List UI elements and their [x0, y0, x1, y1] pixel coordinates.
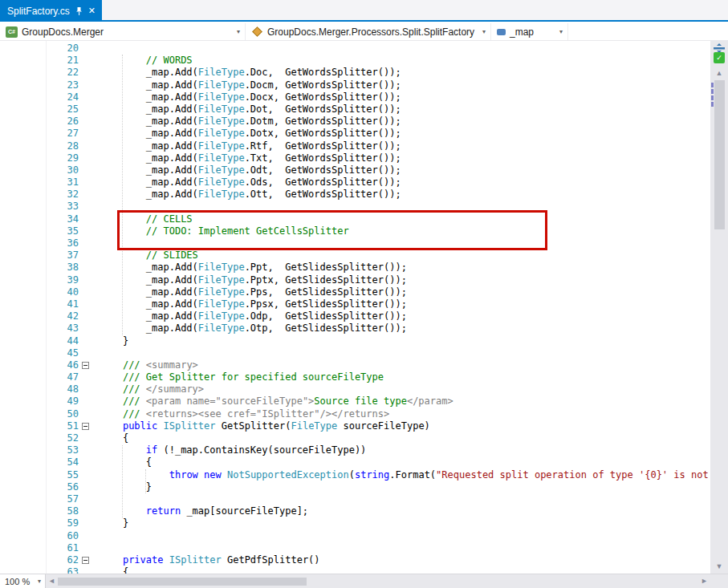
code-line[interactable]: 24 _map.Add(FileType.Docx, GetWordsSplit…: [0, 91, 710, 103]
code-line[interactable]: 56 }: [0, 481, 710, 493]
line-number: 33: [0, 201, 79, 213]
code-line[interactable]: 38 _map.Add(FileType.Ppt, GetSlidesSplit…: [0, 262, 710, 274]
code-line[interactable]: 37 // SLIDES: [0, 249, 710, 262]
scrollbar-corner: [710, 574, 728, 588]
code-line[interactable]: 42 _map.Add(FileType.Odp, GetSlidesSplit…: [0, 310, 710, 322]
pin-icon[interactable]: [75, 6, 83, 16]
zoom-level: 100 %: [5, 577, 30, 586]
code-health-indicator[interactable]: ✓: [714, 52, 725, 63]
code-line[interactable]: 46 /// <summary>: [0, 359, 710, 371]
code-text: _map.Add(FileType.Dot, GetWordsSplitter(…: [100, 103, 401, 116]
code-line[interactable]: 39 _map.Add(FileType.Pptx, GetSlidesSpli…: [0, 274, 710, 286]
code-line[interactable]: 32 _map.Add(FileType.Ott, GetWordsSplitt…: [0, 189, 710, 201]
collapse-minus-icon[interactable]: [82, 362, 89, 369]
fold-collapse-box[interactable]: [79, 420, 100, 432]
horizontal-scrollbar-thumb[interactable]: [58, 578, 307, 586]
scroll-up-icon[interactable]: ▲: [710, 68, 728, 78]
code-line[interactable]: 31 _map.Add(FileType.Ods, GetWordsSplitt…: [0, 176, 710, 189]
line-number: 49: [0, 395, 79, 408]
code-line[interactable]: 52 {: [0, 432, 710, 444]
code-line[interactable]: 58 return _map[sourceFileType];: [0, 505, 710, 517]
fold-margin: [79, 140, 100, 152]
code-line[interactable]: 53 if (!_map.ContainsKey(sourceFileType)…: [0, 444, 710, 456]
code-line[interactable]: 30 _map.Add(FileType.Odt, GetWordsSplitt…: [0, 164, 710, 176]
line-number: 41: [0, 298, 79, 310]
fold-margin: [79, 542, 100, 554]
line-number: 39: [0, 274, 79, 286]
vertical-scrollbar[interactable]: ✓ ▲ ▼: [710, 41, 728, 574]
line-number: 52: [0, 432, 79, 444]
vertical-scrollbar-thumb[interactable]: [714, 80, 725, 229]
fold-margin: [79, 298, 100, 310]
code-line[interactable]: 49 /// <param name="sourceFileType">Sour…: [0, 395, 710, 408]
fold-margin: [79, 456, 100, 468]
code-line[interactable]: 28 _map.Add(FileType.Rtf, GetWordsSplitt…: [0, 140, 710, 152]
code-line[interactable]: 54 {: [0, 456, 710, 468]
line-number: 38: [0, 262, 79, 274]
fold-margin: [79, 310, 100, 322]
code-line[interactable]: 63 {: [0, 566, 710, 574]
type-dropdown[interactable]: GroupDocs.Merger.Processors.Split.SplitF…: [246, 23, 491, 40]
code-line[interactable]: 47 /// Get Splitter for specified source…: [0, 371, 710, 383]
code-line[interactable]: 60: [0, 530, 710, 542]
code-line[interactable]: 27 _map.Add(FileType.Dotx, GetWordsSplit…: [0, 128, 710, 140]
document-tab[interactable]: SplitFactory.cs ✕: [0, 0, 102, 22]
scroll-down-icon[interactable]: ▼: [710, 562, 728, 571]
fold-margin: [79, 213, 100, 225]
fold-collapse-box[interactable]: [79, 554, 100, 566]
fold-margin: [79, 444, 100, 456]
code-line[interactable]: 61: [0, 542, 710, 554]
close-icon[interactable]: ✕: [88, 6, 96, 15]
fold-margin: [79, 408, 100, 420]
code-line[interactable]: 40 _map.Add(FileType.Pps, GetSlidesSplit…: [0, 286, 710, 298]
line-number: 43: [0, 322, 79, 335]
scroll-left-icon[interactable]: ◄: [47, 574, 57, 588]
code-line[interactable]: 21 // WORDS: [0, 55, 710, 67]
code-line[interactable]: 50 /// <returns><see cref="ISplitter"/><…: [0, 408, 710, 420]
code-line[interactable]: 34 // CELLS: [0, 213, 710, 225]
code-line[interactable]: 22 _map.Add(FileType.Doc, GetWordsSplitt…: [0, 67, 710, 79]
code-editor[interactable]: 2021 // WORDS22 _map.Add(FileType.Doc, G…: [0, 41, 728, 574]
code-line[interactable]: 25 _map.Add(FileType.Dot, GetWordsSplitt…: [0, 103, 710, 116]
fold-margin: [79, 152, 100, 164]
line-number: 22: [0, 67, 79, 79]
horizontal-scrollbar[interactable]: ◄ ►: [46, 574, 710, 588]
code-line[interactable]: 23 _map.Add(FileType.Docm, GetWordsSplit…: [0, 79, 710, 91]
code-line[interactable]: 20: [0, 43, 710, 55]
scrollbar-change-mark: [711, 102, 714, 107]
fold-margin: [79, 176, 100, 189]
scroll-right-icon[interactable]: ►: [699, 574, 710, 588]
code-line[interactable]: 29 _map.Add(FileType.Txt, GetWordsSplitt…: [0, 152, 710, 164]
project-dropdown[interactable]: C# GroupDocs.Merger ▾: [0, 23, 246, 40]
code-line[interactable]: 43 _map.Add(FileType.Otp, GetSlidesSplit…: [0, 322, 710, 335]
code-line[interactable]: 44 }: [0, 335, 710, 347]
collapse-minus-icon[interactable]: [82, 557, 89, 564]
code-line[interactable]: 26 _map.Add(FileType.Dotm, GetWordsSplit…: [0, 116, 710, 128]
code-line[interactable]: 57: [0, 493, 710, 505]
fold-margin: [79, 469, 100, 481]
code-line[interactable]: 51 public ISplitter GetSplitter(FileType…: [0, 420, 710, 432]
line-number: 47: [0, 371, 79, 383]
fold-margin: [79, 493, 100, 505]
collapse-minus-icon[interactable]: [82, 423, 89, 430]
member-dropdown-label: _map: [510, 26, 534, 38]
chevron-down-icon: ▾: [237, 28, 240, 35]
fold-margin: [79, 505, 100, 517]
member-dropdown[interactable]: _map ▾: [491, 23, 568, 40]
code-line[interactable]: 62 private ISplitter GetPdfSplitter(): [0, 554, 710, 566]
code-line[interactable]: 36: [0, 237, 710, 249]
code-line[interactable]: 55 throw new NotSupportedException(strin…: [0, 469, 710, 481]
code-line[interactable]: 45: [0, 347, 710, 359]
code-line[interactable]: 48 /// </summary>: [0, 383, 710, 395]
code-line[interactable]: 33: [0, 201, 710, 213]
code-text: return _map[sourceFileType];: [100, 505, 308, 517]
code-text: public ISplitter GetSplitter(FileType so…: [100, 420, 430, 432]
zoom-control[interactable]: 100 % ▾: [0, 574, 46, 588]
code-line[interactable]: 35 // TODO: Implement GetCellsSplitter: [0, 225, 710, 237]
code-line[interactable]: 41 _map.Add(FileType.Ppsx, GetSlidesSpli…: [0, 298, 710, 310]
code-line[interactable]: 59 }: [0, 517, 710, 529]
fold-collapse-box[interactable]: [79, 359, 100, 371]
active-tab-accent-line: [0, 20, 728, 22]
fold-margin: [79, 432, 100, 444]
split-editor-handle-icon[interactable]: [713, 42, 726, 51]
